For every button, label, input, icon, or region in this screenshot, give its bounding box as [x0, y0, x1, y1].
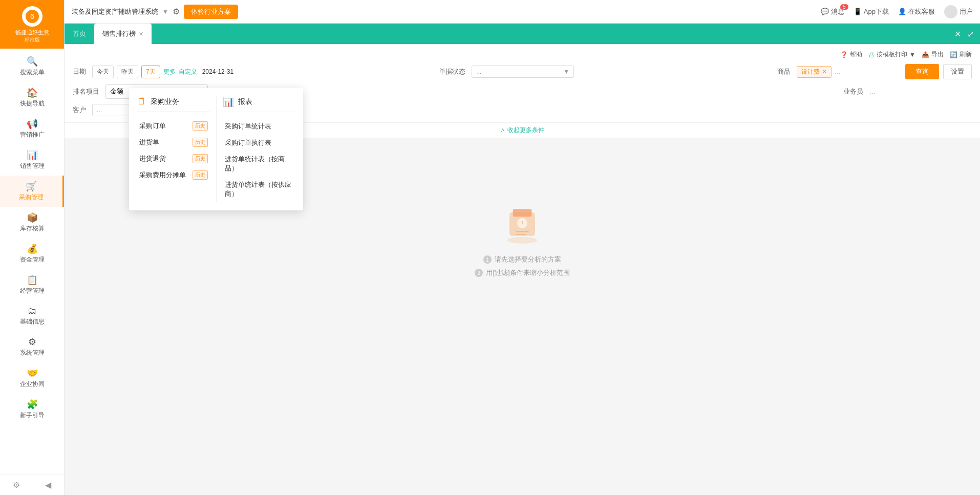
sidebar-item-finance[interactable]: 💰 资金管理 — [0, 238, 64, 269]
sidebar-label-purchase: 采购管理 — [19, 193, 44, 202]
sidebar-label-sales: 销售管理 — [20, 162, 45, 170]
dropdown-item-report-4[interactable]: 进货单统计表（按供应商） — [223, 177, 295, 202]
svg-rect-4 — [513, 209, 532, 217]
brand-name: 畅捷通好生意 — [15, 29, 49, 36]
salesman-more-icon[interactable]: ... — [869, 88, 876, 96]
goods-label: 商品 — [777, 67, 791, 76]
dropdown-arrow-icon[interactable]: ▼ — [162, 8, 168, 15]
dropdown-item-report-2[interactable]: 采购订单执行表 — [223, 135, 295, 151]
sidebar-label-guide: 新手引导 — [20, 411, 45, 420]
help-icon: ❓ — [840, 51, 848, 58]
app-download-btn[interactable]: 📱 App下载 — [854, 7, 889, 16]
sidebar-item-basic[interactable]: 🗂 基础信息 — [0, 300, 64, 331]
date-range-end: 2024-12-31 — [200, 68, 236, 75]
footer-collapse-btn[interactable]: ◀ — [45, 480, 51, 490]
basic-icon: 🗂 — [28, 306, 37, 316]
purchase-business-col: 🗒 采购业务 采购订单 历史 进货单 历史 进货退货 历史 — [137, 96, 210, 202]
collapse-icon: ∧ — [500, 126, 505, 134]
goods-tag-close-icon[interactable]: ✕ — [822, 68, 827, 75]
custom-link[interactable]: 自定义 — [179, 68, 197, 76]
doc-status-select[interactable]: ... ▼ — [472, 66, 574, 78]
purchase-order-hist-badge: 历史 — [193, 121, 208, 131]
sidebar-item-operation[interactable]: 📋 经营管理 — [0, 269, 64, 300]
dropdown-item-report-1[interactable]: 采购订单统计表 — [223, 118, 295, 135]
user-btn[interactable]: 用户 — [944, 5, 973, 18]
sidebar-footer: ⚙ ◀ — [0, 475, 64, 495]
system-icon: ⚙ — [28, 336, 36, 348]
trial-button[interactable]: 体验行业方案 — [184, 5, 238, 19]
dropdown-item-purchase-return[interactable]: 进货退货 历史 — [137, 150, 210, 167]
tab-sales-rank[interactable]: 销售排行榜 ✕ — [94, 24, 152, 44]
sidebar-item-inventory[interactable]: 📦 库存核算 — [0, 207, 64, 238]
svg-text:6: 6 — [30, 12, 34, 20]
goods-tag: 设计费 ✕ — [797, 66, 832, 78]
refresh-icon: 🔄 — [950, 51, 957, 58]
tab-close-window-icon[interactable]: ✕ — [954, 29, 961, 39]
sidebar-label-inventory: 库存核算 — [20, 224, 45, 233]
refresh-label: 刷新 — [960, 50, 972, 59]
export-btn[interactable]: 📤 导出 — [922, 50, 944, 59]
service-icon: 👤 — [898, 8, 906, 15]
salesman-label: 业务员 — [843, 87, 863, 96]
tab-home[interactable]: 首页 — [65, 24, 94, 44]
logo-icon: 6 — [22, 6, 42, 27]
online-service-btn[interactable]: 👤 在线客服 — [898, 7, 935, 16]
sidebar-item-collab[interactable]: 🤝 企业协同 — [0, 362, 64, 394]
sidebar-item-sales[interactable]: 📊 销售管理 — [0, 144, 64, 176]
tab-expand-icon[interactable]: ⤢ — [967, 29, 974, 39]
sidebar-item-search[interactable]: 🔍 搜索菜单 — [0, 51, 64, 82]
sidebar-item-guide[interactable]: 🧩 新手引导 — [0, 394, 64, 425]
message-btn[interactable]: 💬 消息 5 — [821, 7, 844, 16]
more-link[interactable]: 更多 — [163, 68, 176, 76]
dropdown-item-purchase-goods[interactable]: 进货单 历史 — [137, 134, 210, 150]
user-label: 用户 — [960, 7, 973, 16]
sidebar-item-purchase[interactable]: 🛒 采购管理 — [0, 176, 64, 207]
sidebar-item-system[interactable]: ⚙ 系统管理 — [0, 331, 64, 362]
dropdown-item-purchase-order[interactable]: 采购订单 历史 — [137, 118, 210, 134]
empty-illustration: ! — [497, 200, 548, 251]
dropdown-item-purchase-fee[interactable]: 采购费用分摊单 历史 — [137, 167, 210, 183]
filter-row-1: 日期 今天 昨天 7天 更多 自定义 2024-12-31 单据状态 ... ▼… — [73, 64, 972, 79]
rank-value: 金额 — [110, 87, 123, 96]
dropdown-item-report-3[interactable]: 进货单统计表（按商品） — [223, 151, 295, 177]
doc-status-label: 单据状态 — [439, 67, 465, 76]
purchase-order-label: 采购订单 — [139, 121, 166, 131]
footer-settings-btn[interactable]: ⚙ — [13, 480, 20, 490]
7days-btn[interactable]: 7天 — [141, 66, 160, 78]
sidebar-label-system: 系统管理 — [20, 349, 45, 357]
setting-btn[interactable]: 设置 — [943, 64, 972, 79]
sidebar-item-quick[interactable]: 🏠 快捷导航 — [0, 82, 64, 113]
report-col-title: 报表 — [238, 97, 252, 106]
sidebar-item-marketing[interactable]: 📢 营销推广 — [0, 113, 64, 144]
topbar-right: 💬 消息 5 📱 App下载 👤 在线客服 用户 — [821, 5, 973, 18]
brand-sub: 标准版 — [25, 36, 40, 44]
today-btn[interactable]: 今天 — [92, 66, 114, 78]
tip2-text: 用[过滤]条件来缩小分析范围 — [486, 268, 569, 277]
purchase-return-label: 进货退货 — [139, 154, 166, 163]
sidebar-label-search: 搜索菜单 — [20, 68, 45, 77]
sidebar-logo: 6 畅捷通好生意 标准版 — [0, 0, 64, 49]
print-chevron-icon: ▼ — [909, 51, 915, 58]
customer-label-filter: 客户 — [73, 105, 86, 115]
purchase-col-icon: 🗒 — [137, 96, 146, 107]
customer-placeholder: ... — [97, 106, 102, 114]
dropdown-divider — [216, 96, 217, 202]
print-icon: 🖨 — [868, 51, 875, 58]
goods-more-icon[interactable]: ... — [835, 68, 841, 76]
tip1-text: 请先选择要分析的方案 — [495, 255, 561, 264]
collab-icon: 🤝 — [27, 368, 38, 379]
help-btn[interactable]: ❓ 帮助 — [840, 50, 862, 59]
report-col-header: 📊 报表 — [223, 96, 295, 112]
salesman-filter: ... — [869, 88, 972, 96]
sidebar-label-operation: 经营管理 — [20, 287, 45, 295]
query-btn[interactable]: 查询 — [905, 64, 939, 79]
settings-icon[interactable]: ⚙ — [173, 7, 180, 16]
tab-close-icon[interactable]: ✕ — [139, 31, 143, 37]
yesterday-btn[interactable]: 昨天 — [117, 66, 138, 78]
search-icon: 🔍 — [27, 56, 38, 67]
refresh-btn[interactable]: 🔄 刷新 — [950, 50, 972, 59]
svg-point-2 — [507, 237, 537, 244]
report-col: 📊 报表 采购订单统计表 采购订单执行表 进货单统计表（按商品） 进货单统计表（… — [223, 96, 295, 202]
print-btn[interactable]: 🖨 按模板打印 ▼ — [868, 50, 915, 59]
tab-sales-rank-label: 销售排行榜 — [102, 29, 136, 38]
